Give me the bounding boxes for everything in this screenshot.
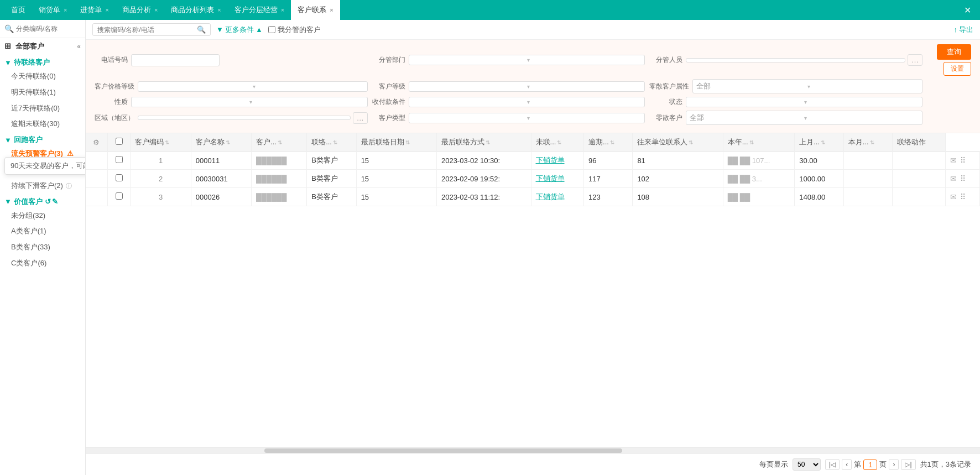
chevron-down-icon3: ▾ bbox=[527, 83, 642, 90]
row-last-contact-type[interactable]: 下销货单 bbox=[531, 152, 583, 170]
row-checkbox[interactable] bbox=[116, 174, 123, 181]
row-last-contact-date: 2023-02-03 11:12: bbox=[436, 188, 531, 206]
row-overdue-days: 108 bbox=[633, 188, 723, 206]
all-customers-header[interactable]: ⊞ 全部客户 « bbox=[0, 38, 85, 55]
retail-select[interactable]: 全部 ▾ bbox=[686, 111, 922, 125]
row-action-more[interactable]: ⠿ bbox=[960, 156, 966, 165]
row-settings[interactable] bbox=[86, 170, 107, 188]
tab-close-customer-tier[interactable]: × bbox=[281, 7, 284, 13]
checkbox-column-header bbox=[107, 133, 131, 152]
tab-product-analysis[interactable]: 商品分析 × bbox=[116, 0, 164, 20]
refresh-icon[interactable]: ↺ bbox=[45, 197, 51, 206]
sidebar-search-icon: 🔍 bbox=[4, 24, 14, 33]
filter-field-dept: 分管部门 ▾ bbox=[372, 55, 645, 65]
dept-select[interactable]: ▾ bbox=[409, 55, 645, 65]
nature-select[interactable]: ▾ bbox=[131, 97, 368, 107]
customer-type-select[interactable]: ▾ bbox=[409, 113, 645, 123]
tab-close-product-analysis-list[interactable]: × bbox=[217, 7, 221, 13]
prev-page-btn[interactable]: ‹ bbox=[842, 459, 852, 470]
sidebar-item-7days[interactable]: 近7天待联络(0) bbox=[0, 101, 85, 117]
row-last-month bbox=[843, 188, 892, 206]
last-page-btn[interactable]: ▷| bbox=[901, 459, 915, 470]
row-checkbox[interactable] bbox=[116, 192, 123, 200]
sidebar-item-class-b[interactable]: B类客户(33) bbox=[0, 239, 85, 255]
sidebar-item-tomorrow[interactable]: 明天待联络(1) bbox=[0, 85, 85, 101]
filter-icon: ▼ bbox=[216, 25, 223, 34]
row-action-contact[interactable]: ✉ bbox=[950, 192, 957, 201]
select-all-checkbox[interactable] bbox=[116, 138, 123, 145]
my-customers-check[interactable] bbox=[268, 26, 275, 33]
sidebar-search-area: 🔍 bbox=[0, 20, 85, 38]
sort-icon-type: ⇅ bbox=[278, 139, 282, 145]
scrollbar-thumb[interactable] bbox=[264, 448, 622, 453]
sidebar-item-class-a[interactable]: A类客户(1) bbox=[0, 223, 85, 239]
manager-select[interactable] bbox=[686, 58, 905, 62]
per-page-select[interactable]: 50 100 bbox=[793, 458, 821, 471]
tab-purchase[interactable]: 进货单 × bbox=[74, 0, 115, 20]
tab-close-purchase[interactable]: × bbox=[105, 7, 108, 13]
action-column-header: 联络动作 bbox=[893, 133, 945, 152]
edit-icon[interactable]: ✎ bbox=[52, 197, 58, 206]
more-conditions-btn[interactable]: ▼ 更多条件 ▲ bbox=[216, 25, 263, 35]
row-this-year: 1000.00 bbox=[795, 170, 844, 188]
sidebar-search-input[interactable] bbox=[16, 25, 86, 33]
next-page-btn[interactable]: › bbox=[889, 459, 899, 470]
row-last-contact-date: 2023-03-02 10:30: bbox=[436, 152, 531, 170]
tab-customer-contact[interactable]: 客户联系 × bbox=[291, 0, 340, 20]
my-customers-checkbox[interactable]: 我分管的客户 bbox=[268, 25, 321, 35]
row-settings[interactable] bbox=[86, 152, 107, 170]
row-last-contact-type[interactable]: 下销货单 bbox=[531, 188, 583, 206]
section-value-customers: ▼ 价值客户 ↺ ✎ bbox=[0, 194, 85, 208]
main-search-input[interactable] bbox=[97, 26, 197, 34]
tab-home[interactable]: 首页 bbox=[4, 0, 32, 20]
section-pending-contact: ▼ 待联络客户 bbox=[0, 55, 85, 69]
tab-close-product-analysis[interactable]: × bbox=[154, 7, 158, 13]
query-button[interactable]: 查询 bbox=[937, 44, 971, 60]
row-action-more[interactable]: ⠿ bbox=[960, 192, 966, 201]
first-page-btn[interactable]: |◁ bbox=[825, 459, 840, 470]
row-checkbox-cell bbox=[107, 170, 131, 188]
tab-customer-tier[interactable]: 客户分层经营 × bbox=[228, 0, 291, 20]
sidebar-item-class-c[interactable]: C类客户(6) bbox=[0, 255, 85, 272]
retail-attr-select[interactable]: 全部 ▾ bbox=[692, 79, 922, 93]
customer-grade-select[interactable]: ▾ bbox=[409, 81, 645, 92]
region-more-btn[interactable]: … bbox=[353, 112, 368, 124]
horizontal-scrollbar[interactable] bbox=[86, 447, 980, 453]
tab-close-sales[interactable]: × bbox=[64, 7, 67, 13]
phone-input[interactable] bbox=[131, 54, 220, 66]
row-action-contact[interactable]: ✉ bbox=[950, 174, 957, 183]
row-action-contact[interactable]: ✉ bbox=[950, 156, 957, 165]
window-close-button[interactable]: ✕ bbox=[960, 5, 976, 15]
code-column-header: 客户编码⇅ bbox=[131, 133, 191, 152]
chevron-down-icon: ▾ bbox=[527, 57, 642, 63]
filter-field-manager: 分管人员 … bbox=[649, 54, 922, 66]
setting-button[interactable]: 设置 bbox=[943, 62, 971, 76]
filter-row-2: 客户价格等级 ▾ 客户等级 ▾ 零散客户属性 全部 bbox=[95, 79, 971, 93]
sidebar-item-overdue[interactable]: 逾期未联络(30) bbox=[0, 116, 85, 132]
status-select[interactable]: ▾ bbox=[686, 97, 922, 107]
payment-select[interactable]: ▾ bbox=[409, 97, 645, 107]
export-btn[interactable]: ↑ 导出 bbox=[954, 25, 974, 35]
info-icon-declining: ⓘ bbox=[66, 182, 72, 189]
sidebar-item-declining[interactable]: 持续下滑客户(2) ⓘ bbox=[0, 178, 85, 194]
row-checkbox[interactable] bbox=[116, 156, 123, 163]
row-this-year: 30.00 bbox=[795, 152, 844, 170]
row-actions: ✉ ⠿ bbox=[945, 152, 979, 170]
manager-more-btn[interactable]: … bbox=[908, 54, 922, 66]
settings-column-header[interactable]: ⚙ bbox=[86, 133, 107, 152]
search-button-icon[interactable]: 🔍 bbox=[197, 25, 206, 34]
row-action-more[interactable]: ⠿ bbox=[960, 174, 966, 183]
row-settings[interactable] bbox=[86, 188, 107, 206]
total-info: 共1页，3条记录 bbox=[920, 460, 971, 469]
region-select[interactable] bbox=[138, 116, 351, 120]
tab-sales[interactable]: 销货单 × bbox=[32, 0, 74, 20]
sort-icon-no-contact: ⇅ bbox=[557, 139, 561, 145]
price-grade-select[interactable]: ▾ bbox=[138, 81, 368, 92]
sidebar-item-today[interactable]: 今天待联络(0) bbox=[0, 69, 85, 85]
row-last-contact-type[interactable]: 下销货单 bbox=[531, 170, 583, 188]
section-return-customers: ▼ 回跑客户 bbox=[0, 132, 85, 146]
row-number: 1 bbox=[131, 152, 191, 170]
tab-close-customer-contact[interactable]: × bbox=[330, 7, 333, 13]
tab-product-analysis-list[interactable]: 商品分析列表 × bbox=[164, 0, 227, 20]
sidebar-item-ungrouped[interactable]: 未分组(32) bbox=[0, 208, 85, 224]
